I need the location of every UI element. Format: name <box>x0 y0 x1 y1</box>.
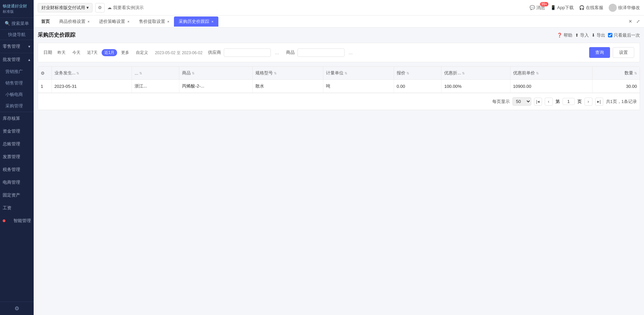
tab-purchase-strategy-label: 进价策略设置 <box>99 19 125 25</box>
cell-more: 浙江... <box>132 80 179 93</box>
data-table: ⚙ 业务发生... ⇅ ... ⇅ <box>38 67 640 93</box>
content-area: 采购历史价跟踪 ❓ 帮助 ⬆ 导入 ⬇ 导出 只看最后一次 <box>34 28 644 315</box>
only-last-label: 只看最后一次 <box>614 32 640 38</box>
tabs-expand-button[interactable]: ⤢ <box>635 18 641 25</box>
sidebar-item-ecommerce[interactable]: 电商管理 <box>0 176 34 189</box>
user-info[interactable]: 徐泽华修改 <box>609 4 640 12</box>
sidebar-item-smart[interactable]: 智能管理 <box>0 214 34 227</box>
sidebar-item-inventory[interactable]: 库存核算 <box>0 112 34 125</box>
sidebar-item-ecommerce-small[interactable]: 小畅电商 <box>0 89 34 100</box>
th-quote[interactable]: 报价 ⇅ <box>394 67 441 80</box>
goods-input[interactable] <box>297 48 345 57</box>
import-button[interactable]: ⬆ 导入 <box>575 32 589 38</box>
sidebar-item-search[interactable]: 🔍 搜索菜单 <box>0 18 34 30</box>
cell-unit: 吨 <box>323 80 394 93</box>
export-button[interactable]: ⬇ 导出 <box>592 32 605 38</box>
date-opt-custom[interactable]: 自定义 <box>133 49 151 56</box>
date-range: 2023-05-02 至 2023-06-02 <box>155 50 202 56</box>
table-row[interactable]: 1 2023-05-31 浙江... 丙烯酸-2-... 散水 吨 0.00 1… <box>38 80 640 93</box>
tab-sale-price[interactable]: 售价提取设置 × <box>134 16 174 27</box>
th-spec[interactable]: 规格型号 ⇅ <box>252 67 323 80</box>
sidebar-item-retail[interactable]: 零售管理 ▼ <box>0 40 34 53</box>
close-icon[interactable]: × <box>167 20 169 24</box>
th-before-discount[interactable]: 优惠前单价 ⇅ <box>510 67 592 80</box>
goods-more-button[interactable]: … <box>347 50 354 55</box>
tab-home[interactable]: 首页 <box>36 16 55 27</box>
message-button[interactable]: 💬 99+ 消息 <box>530 5 545 11</box>
next-page-button[interactable]: › <box>584 98 593 106</box>
sort-icon: ⇅ <box>462 71 465 75</box>
sidebar-capital-label: 资金管理 <box>3 128 20 134</box>
page-header: 采购历史价跟踪 ❓ 帮助 ⬆ 导入 ⬇ 导出 只看最后一次 <box>38 32 640 39</box>
prev-page-icon: ‹ <box>548 99 549 104</box>
date-opt-1month[interactable]: 近1月 <box>102 49 117 56</box>
sidebar-item-quick-nav[interactable]: 快捷导航 <box>0 30 34 40</box>
sidebar-search-label: 搜索菜单 <box>11 21 29 26</box>
page-number-input[interactable] <box>563 98 575 105</box>
sidebar-item-tax[interactable]: 税务管理 <box>0 163 34 176</box>
help-button[interactable]: ❓ 帮助 <box>557 32 572 38</box>
sidebar-item-capital[interactable]: 资金管理 <box>0 125 34 138</box>
sidebar-inventory-label: 库存核算 <box>3 115 20 121</box>
filter-bar: 日期 昨天 今天 近7天 近1月 更多 自定义 2023-05-02 至 202… <box>38 43 640 62</box>
close-icon[interactable]: × <box>127 20 129 24</box>
filter-settings-button[interactable]: 设置 <box>613 47 634 58</box>
query-button[interactable]: 查询 <box>589 47 610 58</box>
online-service-button[interactable]: 🎧 在线客服 <box>579 5 603 11</box>
sidebar-item-purchase[interactable]: 采购管理 <box>0 100 34 112</box>
th-discount[interactable]: 优惠折... ⇅ <box>441 67 510 80</box>
tab-price-setting[interactable]: 商品价格设置 × <box>55 16 94 27</box>
sidebar-bottom-settings[interactable]: ⚙ <box>0 302 34 315</box>
only-last-checkbox-group[interactable]: 只看最后一次 <box>608 32 640 38</box>
version-select[interactable]: 好业财标准版交付试用 ▾ <box>38 3 93 12</box>
sidebar-item-sales[interactable]: 销售管理 <box>0 77 34 89</box>
date-opt-more[interactable]: 更多 <box>118 49 132 56</box>
th-biz-date[interactable]: 业务发生... ⇅ <box>51 67 132 80</box>
sidebar-item-invoice[interactable]: 发票管理 <box>0 150 34 163</box>
filter-actions: 查询 设置 <box>589 47 634 58</box>
tab-purchase-strategy[interactable]: 进价策略设置 × <box>94 16 134 27</box>
cell-before-discount: 10900.00 <box>510 80 592 93</box>
supplier-input[interactable] <box>224 48 271 57</box>
sidebar-item-salary[interactable]: 工资 <box>0 202 34 214</box>
sidebar-ecommerce-label: 电商管理 <box>3 179 20 185</box>
last-page-icon: ▸| <box>597 99 601 104</box>
app-download-button[interactable]: 📱 App下载 <box>550 5 574 11</box>
close-icon[interactable]: × <box>211 20 213 24</box>
demo-link[interactable]: ☁ 我要看实例演示 <box>107 5 144 11</box>
table-body: 1 2023-05-31 浙江... 丙烯酸-2-... 散水 吨 0.00 1… <box>38 80 640 93</box>
topbar-left: 好业财标准版交付试用 ▾ ⚙ ☁ 我要看实例演示 <box>38 3 144 12</box>
only-last-checkbox[interactable] <box>608 33 612 37</box>
th-unit[interactable]: 计量单位 ⇅ <box>323 67 394 80</box>
supplier-more-button[interactable]: … <box>274 50 281 55</box>
topbar: 好业财标准版交付试用 ▾ ⚙ ☁ 我要看实例演示 💬 99+ 消息 📱 App下… <box>34 0 644 15</box>
th-quantity[interactable]: 数量 ⇅ <box>592 67 640 80</box>
date-opt-yesterday[interactable]: 昨天 <box>55 49 68 56</box>
th-quote-label: 报价 <box>397 70 405 76</box>
first-page-button[interactable]: |◂ <box>534 98 542 106</box>
tab-purchase-history[interactable]: 采购历史价跟踪 × <box>174 16 218 27</box>
close-icon[interactable]: × <box>87 20 90 24</box>
message-icon: 💬 <box>530 5 535 10</box>
th-more[interactable]: ... ⇅ <box>132 67 179 80</box>
date-opt-7days[interactable]: 近7天 <box>84 49 100 56</box>
date-opt-today[interactable]: 今天 <box>70 49 83 56</box>
sidebar-item-wholesale[interactable]: 批发管理 ▲ <box>0 53 34 66</box>
th-gear[interactable]: ⚙ <box>38 67 51 80</box>
sort-icon: ⇅ <box>634 71 637 75</box>
table-header-row: ⚙ 业务发生... ⇅ ... ⇅ <box>38 67 640 80</box>
tabs-close-button[interactable]: ✕ <box>627 18 634 25</box>
topbar-settings-button[interactable]: ⚙ <box>95 3 105 12</box>
goods-filter-group: 商品 … <box>286 48 354 57</box>
sidebar-item-marketing[interactable]: 营销推广 <box>0 66 34 77</box>
sidebar-item-accounting[interactable]: 总账管理 <box>0 138 34 150</box>
page-size-select[interactable]: 50 10 20 100 <box>512 97 531 106</box>
prev-page-button[interactable]: ‹ <box>545 98 553 106</box>
th-goods[interactable]: 商品 ⇅ <box>179 67 252 80</box>
last-page-button[interactable]: ▸| <box>595 98 603 106</box>
sidebar-item-fixed-assets[interactable]: 固定资产 <box>0 189 34 202</box>
sidebar-salary-label: 工资 <box>3 205 11 211</box>
cell-spec: 散水 <box>252 80 323 93</box>
sidebar: 畅捷通好业财 标准版 🔍 搜索菜单 快捷导航 零售管理 ▼ 批发管理 ▲ 营销推… <box>0 0 34 315</box>
page-title: 采购历史价跟踪 <box>38 32 75 39</box>
